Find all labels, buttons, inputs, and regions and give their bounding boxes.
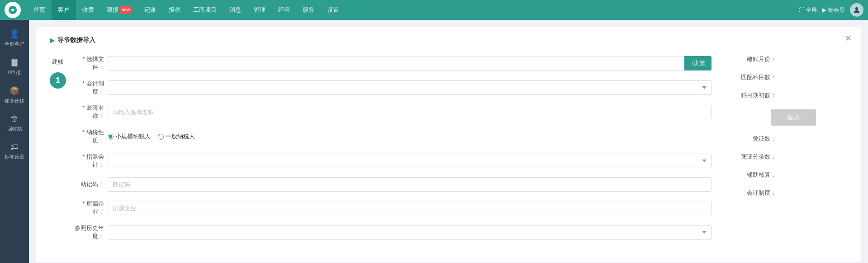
top-nav: 首页 客户 收费 票据 new 记账 报税 工商项目 消息 管理 经营 服务 设… — [0, 0, 868, 20]
match-subject-row: 匹配科目数： — [739, 73, 847, 81]
aux-accounting-row: 辅助核算： — [739, 171, 847, 179]
all-clients-icon: 👤 — [9, 29, 19, 39]
nav-message[interactable]: 消息 — [223, 0, 247, 20]
voucher-record-label: 凭证分录数： — [739, 153, 780, 161]
memo-row: 助记码： — [71, 177, 711, 192]
accountant-row: * 指派会计： — [71, 153, 711, 169]
file-row: * 选择文件： +浏览 — [71, 55, 711, 71]
memo-label: 助记码： — [71, 180, 108, 188]
tax-small-label: 小规模纳税人 — [115, 132, 151, 141]
history-year-select[interactable] — [108, 225, 711, 240]
vip-icon: ▶ — [822, 7, 826, 13]
aux-accounting-label: 辅助核算： — [739, 171, 780, 179]
voucher-record-row: 凭证分录数： — [739, 153, 847, 161]
sidebar-item-label: 全部客户 — [5, 41, 24, 47]
nav-right: ⛶ 全屏 ▶ 畅会员 — [799, 3, 863, 17]
declare-icon: 📋 — [9, 57, 19, 67]
nav-service[interactable]: 服务 — [296, 0, 321, 20]
accountant-label: * 指派会计： — [71, 153, 108, 169]
ledger-name-label: * 账簿名称： — [71, 104, 108, 120]
vip-btn[interactable]: ▶ 畅会员 — [822, 6, 844, 14]
sidebar-item-migrate[interactable]: 📦 账套迁移 — [0, 81, 29, 109]
sidebar-item-tag[interactable]: 🏷 标签设置 — [0, 138, 29, 165]
company-row: * 所属企业： — [71, 200, 711, 216]
build-month-row: 建账月份： — [739, 55, 847, 63]
card-title: ▶ 导爷数据导入 — [50, 36, 847, 44]
accounting-label: * 会计制度： — [71, 80, 108, 96]
form-section: 建账 1 * 选择文件： +浏览 — [50, 55, 847, 249]
invoice-badge: new — [120, 6, 132, 14]
subject-initial-label: 科目期初数： — [739, 91, 780, 99]
sidebar-item-all-clients[interactable]: 👤 全部客户 — [0, 24, 29, 52]
nav-tax[interactable]: 报税 — [162, 0, 187, 20]
subject-initial-row: 科目期初数： — [739, 91, 847, 99]
main-layout: 👤 全部客户 📋 0申报 📦 账套迁移 🗑 回收站 🏷 标签设置 ▶ 导爷数据导… — [0, 20, 868, 263]
step-circle: 1 — [50, 72, 66, 89]
sidebar-item-label: 回收站 — [7, 126, 22, 132]
nav-business[interactable]: 工商项目 — [187, 0, 223, 20]
build-account-button[interactable]: 建账 — [771, 109, 816, 126]
nav-settings[interactable]: 设置 — [321, 0, 345, 20]
sidebar-item-label: 标签设置 — [5, 154, 24, 160]
svg-point-1 — [855, 7, 858, 10]
voucher-count-label: 凭证数： — [739, 135, 780, 143]
user-avatar[interactable] — [850, 3, 863, 17]
import-card: ▶ 导爷数据导入 ✕ 建账 1 * 选择文件： — [36, 27, 861, 262]
accounting-select[interactable] — [108, 80, 711, 95]
match-subject-label: 匹配科目数： — [739, 73, 780, 81]
sidebar-item-label: 账套迁移 — [5, 98, 24, 104]
company-input[interactable] — [108, 201, 711, 215]
ledger-name-input[interactable] — [108, 105, 711, 119]
file-input[interactable] — [108, 56, 684, 70]
browse-button[interactable]: +浏览 — [684, 56, 711, 70]
accountant-select[interactable] — [108, 154, 711, 168]
voucher-count-row: 凭证数： — [739, 135, 847, 143]
nav-manage[interactable]: 管理 — [247, 0, 272, 20]
fullscreen-btn[interactable]: ⛶ 全屏 — [799, 6, 817, 14]
tax-general-label: 一般纳税人 — [166, 132, 195, 141]
tax-general-radio[interactable]: 一般纳税人 — [158, 132, 195, 141]
nav-fee[interactable]: 收费 — [76, 0, 100, 20]
tax-small-radio[interactable]: 小规模纳税人 — [108, 132, 151, 141]
content-area: ▶ 导爷数据导入 ✕ 建账 1 * 选择文件： — [29, 20, 868, 263]
accounting-row: * 会计制度： — [71, 80, 711, 96]
build-month-label: 建账月份： — [739, 55, 780, 63]
file-label: * 选择文件： — [71, 55, 108, 71]
right-accounting-system-row: 会计制度： — [739, 189, 847, 197]
sidebar-item-declare[interactable]: 📋 0申报 — [0, 53, 29, 80]
nav-home[interactable]: 首页 — [27, 0, 52, 20]
company-label: * 所属企业： — [71, 200, 108, 216]
history-year-row: 参照历史年度： — [71, 224, 711, 240]
fullscreen-icon: ⛶ — [799, 7, 804, 13]
tag-icon: 🏷 — [10, 142, 19, 152]
memo-input[interactable] — [108, 177, 711, 192]
nav-ledger[interactable]: 记账 — [138, 0, 162, 20]
step-label: 建账 — [52, 58, 64, 66]
right-accounting-label: 会计制度： — [739, 189, 780, 197]
migrate-icon: 📦 — [9, 86, 19, 96]
tax-type-group: 小规模纳税人 一般纳税人 — [108, 132, 195, 141]
nav-operation[interactable]: 经营 — [272, 0, 296, 20]
close-button[interactable]: ✕ — [845, 34, 852, 42]
nav-invoice[interactable]: 票据 new — [100, 0, 138, 20]
sidebar-item-label: 0申报 — [8, 69, 21, 76]
ledger-name-row: * 账簿名称： — [71, 104, 711, 120]
nav-items: 首页 客户 收费 票据 new 记账 报税 工商项目 消息 管理 经营 服务 设… — [27, 0, 799, 20]
form-fields: * 选择文件： +浏览 * 会计制度： — [71, 55, 711, 249]
right-column: 建账月份： 匹配科目数： 科目期初数： 建账 — [730, 55, 847, 249]
nav-customer[interactable]: 客户 — [52, 0, 76, 20]
tax-type-row: * 纳税性质： 小规模纳税人 一般纳税人 — [71, 128, 711, 145]
recycle-icon: 🗑 — [10, 114, 19, 124]
file-input-group: +浏览 — [108, 56, 711, 70]
tax-type-label: * 纳税性质： — [71, 128, 108, 145]
logo[interactable] — [5, 2, 21, 18]
sidebar: 👤 全部客户 📋 0申报 📦 账套迁移 🗑 回收站 🏷 标签设置 — [0, 20, 29, 263]
history-year-label: 参照历史年度： — [71, 224, 108, 240]
sidebar-item-recycle[interactable]: 🗑 回收站 — [0, 110, 29, 137]
import-icon: ▶ — [50, 37, 55, 44]
